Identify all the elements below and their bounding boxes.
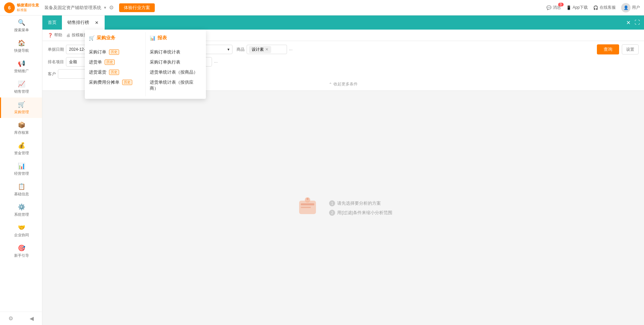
report-menu-item-1[interactable]: 采购订单执行表 <box>150 57 202 67</box>
dropdown-menu: 🛒 采购业务 采购订单历史进货单历史进货退货历史采购费用分摊单历史 📊 报表 采… <box>85 30 206 99</box>
status-dropdown-arrow: ▾ <box>227 47 229 52</box>
purchase-icon: 🛒 <box>89 35 95 41</box>
system-title: 装备及固定资产辅助管理系统 ▾ ⚙ 体验行业方案 <box>44 3 546 12</box>
trial-button[interactable]: 体验行业方案 <box>119 3 155 12</box>
sidebar-settings-button[interactable]: ⚙ <box>8 315 13 322</box>
tab-close-all-button[interactable]: ✕ <box>625 18 632 27</box>
content-area: 首页 销售排行榜 ✕ ✕ ⛶ ❓ 帮助 🖨 按模板 <box>42 15 644 325</box>
salesman-more-button[interactable]: ··· <box>214 59 218 65</box>
settings-icon[interactable]: ⚙ <box>109 4 114 11</box>
empty-tips: 1 请先选择要分析的方案 2 用[过滤]条件来缩小分析范围 <box>329 200 392 216</box>
help-button[interactable]: ❓ 帮助 <box>48 32 62 38</box>
logo-area: 6 畅捷通好生意 标准版 <box>4 2 39 13</box>
svg-point-6 <box>307 198 309 200</box>
empty-state: 1 请先选择要分析的方案 2 用[过滤]条件来缩小分析范围 <box>294 194 392 222</box>
headset-icon: 🎧 <box>593 5 598 10</box>
sidebar-item-5[interactable]: 📦库存核算 <box>0 118 42 138</box>
purchase-menu-item-3[interactable]: 采购费用分摊单历史 <box>89 77 141 87</box>
report-menu-title: 📊 报表 <box>150 35 202 43</box>
message-icon: 💬 <box>546 5 551 10</box>
phone-icon: 📱 <box>566 5 571 10</box>
tab-bar-right: ✕ ⛶ <box>625 18 644 27</box>
setting-button[interactable]: 设置 <box>622 44 639 54</box>
logo-icon: 6 <box>4 2 15 13</box>
dropdown-menu-overlay: 🛒 采购业务 采购订单历史进货单历史进货退货历史采购费用分摊单历史 📊 报表 采… <box>85 30 206 99</box>
sidebar-item-7[interactable]: 📊经营管理 <box>0 159 42 179</box>
sidebar-item-0[interactable]: 🔍搜索菜单 <box>0 15 42 36</box>
sidebar-collapse-button[interactable]: ◀ <box>30 315 34 322</box>
collapse-button[interactable]: ⌃ 收起更多条件 <box>329 81 358 87</box>
sidebar-item-3[interactable]: 📈销售管理 <box>0 77 42 97</box>
report-menu-item-0[interactable]: 采购订单统计表 <box>150 47 202 57</box>
sidebar-item-8[interactable]: 📋基础信息 <box>0 179 42 200</box>
tab-close-button[interactable]: ✕ <box>94 20 99 25</box>
sidebar: 🔍搜索菜单🏠快捷导航📢营销推广📈销售管理🛒采购管理📦库存核算💰资金管理📊经营管理… <box>0 15 42 325</box>
sidebar-item-9[interactable]: ⚙️系统管理 <box>0 200 42 220</box>
sales-ranking-tab-label: 销售排行榜 <box>67 19 89 26</box>
goods-tag: 设计素 ✕ <box>249 46 271 53</box>
top-right: 💬 消息 9 📱 App下载 🎧 在线客服 👤 用户 <box>546 3 640 12</box>
sidebar-item-6[interactable]: 💰资金管理 <box>0 138 42 159</box>
goods-more-button[interactable]: ··· <box>289 47 293 52</box>
help-icon: ❓ <box>48 33 53 38</box>
tab-sales-ranking[interactable]: 销售排行榜 ✕ <box>62 15 105 30</box>
empty-tip-2: 2 用[过滤]条件来缩小分析范围 <box>329 210 392 216</box>
purchase-menu-item-1[interactable]: 进货单历史 <box>89 57 141 67</box>
main-content: 1 请先选择要分析的方案 2 用[过滤]条件来缩小分析范围 <box>42 91 644 325</box>
user-menu-button[interactable]: 👤 用户 <box>621 3 640 12</box>
report-icon: 📊 <box>150 35 155 41</box>
tab-home[interactable]: 首页 <box>42 15 62 30</box>
collapse-up-icon: ⌃ <box>329 82 332 87</box>
sidebar-footer: ⚙ ◀ <box>0 312 42 325</box>
print-icon: 🖨 <box>66 33 70 38</box>
avatar: 👤 <box>621 3 631 12</box>
goods-input-area[interactable]: 设计素 ✕ <box>247 45 287 54</box>
goods-filter: 商品 设计素 ✕ ··· <box>237 45 293 54</box>
sidebar-item-1[interactable]: 🏠快捷导航 <box>0 36 42 56</box>
purchase-menu-column: 🛒 采购业务 采购订单历史进货单历史进货退货历史采购费用分摊单历史 <box>85 32 145 96</box>
messages-button[interactable]: 💬 消息 9 <box>546 5 561 10</box>
tab-bar: 首页 销售排行榜 ✕ ✕ ⛶ <box>42 15 644 30</box>
sidebar-item-10[interactable]: 🤝企业协同 <box>0 220 42 241</box>
svg-text:6: 6 <box>8 5 11 10</box>
purchase-menu-title: 🛒 采购业务 <box>89 35 141 43</box>
empty-tip-1: 1 请先选择要分析的方案 <box>329 200 392 206</box>
system-dropdown-arrow[interactable]: ▾ <box>104 5 106 10</box>
sidebar-item-4[interactable]: 🛒采购管理 <box>0 97 42 118</box>
sidebar-item-2[interactable]: 📢营销推广 <box>0 56 42 77</box>
goods-tag-remove[interactable]: ✕ <box>265 47 269 52</box>
home-tab-label: 首页 <box>48 19 57 26</box>
report-menu-item-2[interactable]: 进货单统计表（按商品） <box>150 67 202 77</box>
top-bar: 6 畅捷通好生意 标准版 装备及固定资产辅助管理系统 ▾ ⚙ 体验行业方案 💬 … <box>0 0 644 15</box>
report-menu-column: 📊 报表 采购订单统计表采购订单执行表进货单统计表（按商品）进货单统计表（按供应… <box>145 32 206 96</box>
query-button[interactable]: 查询 <box>597 44 619 54</box>
online-service-button[interactable]: 🎧 在线客服 <box>593 5 616 10</box>
purchase-menu-item-2[interactable]: 进货退货历史 <box>89 67 141 77</box>
report-menu-item-3[interactable]: 进货单统计表（按供应商） <box>150 77 202 93</box>
purchase-menu-item-0[interactable]: 采购订单历史 <box>89 47 141 57</box>
logo-text: 畅捷通好生意 标准版 <box>17 3 39 12</box>
app-download-button[interactable]: 📱 App下载 <box>566 5 588 10</box>
sidebar-item-11[interactable]: 🎯新手引导 <box>0 241 42 261</box>
tab-maximize-button[interactable]: ⛶ <box>633 18 641 27</box>
svg-rect-4 <box>301 207 311 208</box>
empty-illustration <box>294 194 321 222</box>
svg-rect-3 <box>301 203 314 205</box>
